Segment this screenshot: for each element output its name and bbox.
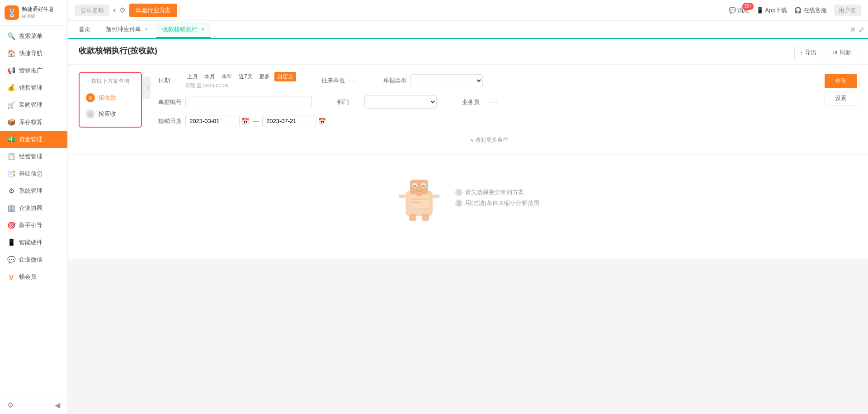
svg-rect-12 — [409, 214, 416, 221]
tab-home[interactable]: 首页 — [71, 22, 98, 38]
export-button[interactable]: ↑ 导出 — [794, 46, 823, 59]
sidebar-item-system[interactable]: ⚙ 系统管理 — [0, 182, 67, 200]
sidebar-logo: 🐰 畅捷通好生意 标准版 — [0, 0, 67, 26]
page-content: 收款核销执行(按收款) ↑ 导出 ↺ 刷新 按以下方案查询 ¥ — [68, 39, 868, 414]
svg-point-4 — [413, 185, 416, 187]
date-btn-custom[interactable]: 自定义 — [274, 72, 296, 81]
tabbar: 首页 预付冲应付单 × 收款核销执行 × ✕ ⤢ — [68, 21, 868, 39]
tab-prepay[interactable]: 预付冲应付单 × — [99, 22, 154, 38]
svg-rect-11 — [433, 195, 439, 198]
sidebar-item-label: 采购管理 — [19, 101, 42, 109]
date-btn-this-month[interactable]: 本月 — [203, 72, 217, 81]
message-count: 99+ — [742, 3, 754, 10]
query-button[interactable]: 查询 — [825, 74, 857, 88]
sidebar-item-label: 系统管理 — [19, 187, 42, 195]
sidebar-item-finance[interactable]: 💵 资金管理 — [0, 131, 67, 148]
filter-option-by-receipt[interactable]: ¥ 按收款 — [80, 90, 141, 106]
hint-item-2: 2 用[过滤]条件来缩小分析范围 — [455, 199, 539, 207]
company-name[interactable]: 公司名称 — [75, 5, 109, 16]
sidebar-item-search-menu[interactable]: 🔍 搜索菜单 — [0, 28, 67, 45]
main-wrapper: 公司名称 ▾ ⚙ 体验行业方案 💬 消息 99+ 📱 App下载 🎧 在线客服 … — [68, 0, 868, 414]
writeoff-end-input[interactable] — [262, 115, 316, 127]
logo-icon: 🐰 — [5, 5, 19, 20]
collapse-more-button[interactable]: ∧ 收起更多条件 — [470, 136, 508, 144]
industry-solution-button[interactable]: 体验行业方案 — [129, 4, 177, 17]
collapse-more-label: 收起更多条件 — [476, 136, 508, 144]
sidebar-item-guide[interactable]: 🎯 新手引导 — [0, 217, 67, 234]
sidebar-item-label: 销售管理 — [19, 84, 42, 92]
sidebar-item-enterprise[interactable]: 🏢 企业协同 — [0, 200, 67, 217]
user-info[interactable]: 用户名 — [834, 5, 861, 16]
form-settings-button[interactable]: 设置 — [825, 91, 857, 105]
date-btn-last-7-days[interactable]: 近7天 — [237, 72, 255, 81]
empty-state: 1 请先选择要分析的方案 2 用[过滤]条件来缩小分析范围 — [68, 155, 868, 259]
finance-icon: 💵 — [7, 135, 15, 143]
sidebar-item-label: 资金管理 — [19, 135, 42, 143]
sidebar-item-marketing[interactable]: 📢 营销推广 — [0, 62, 67, 79]
message-badge[interactable]: 💬 消息 99+ — [729, 6, 750, 14]
date-btn-this-year[interactable]: 本年 — [220, 72, 234, 81]
tab-writeoff-close[interactable]: × — [201, 26, 204, 33]
tab-prepay-close[interactable]: × — [145, 26, 148, 33]
filter-sidebar: 按以下方案查询 ¥ 按收款 ◷ 按应收 — [79, 72, 142, 128]
dept-label: 部门 — [337, 98, 361, 106]
page-action-buttons: ↑ 导出 ↺ 刷新 — [794, 46, 858, 59]
page-title: 收款核销执行(按收款) — [79, 45, 157, 56]
tab-writeoff-label: 收款核销执行 — [162, 25, 198, 33]
footer-settings-icon[interactable]: ⚙ — [7, 401, 14, 409]
hint-num-2: 2 — [455, 200, 462, 207]
app-download[interactable]: 📱 App下载 — [756, 6, 787, 14]
writeoff-start-input[interactable] — [185, 115, 240, 127]
online-service[interactable]: 🎧 在线客服 — [794, 6, 827, 14]
calendar-start-icon[interactable]: 📅 — [241, 118, 249, 125]
writeoff-end-wrap: 📅 — [262, 115, 326, 127]
receivable-option-icon: ◷ — [86, 109, 95, 119]
sidebar-item-label: 库存核算 — [19, 118, 42, 126]
sidebar-item-member[interactable]: V 畅会员 — [0, 268, 67, 286]
tab-close-all-button[interactable]: ✕ — [850, 25, 856, 34]
sidebar-item-basic-info[interactable]: 📑 基础信息 — [0, 165, 67, 182]
date-btn-more[interactable]: 更多 — [257, 72, 272, 81]
sidebar-item-label: 企业微信 — [19, 256, 42, 264]
writeoff-date-group: 核销日期 📅 — 📅 — [158, 115, 326, 127]
purchase-icon: 🛒 — [7, 101, 15, 109]
tabbar-actions: ✕ ⤢ — [850, 25, 864, 34]
filter-option-receivable-label: 按应收 — [99, 110, 116, 118]
sidebar-item-label: 快捷导航 — [19, 49, 42, 57]
tab-writeoff[interactable]: 收款核销执行 × — [156, 22, 211, 38]
hint-num-1: 1 — [455, 189, 462, 196]
sidebar-item-quick-nav[interactable]: 🏠 快捷导航 — [0, 45, 67, 62]
wechat-icon: 💬 — [7, 256, 15, 264]
sidebar-item-wechat[interactable]: 💬 企业微信 — [0, 251, 67, 268]
settings-icon[interactable]: ⚙ — [119, 6, 126, 14]
writeoff-date-label: 核销日期 — [158, 117, 182, 125]
salesperson-dots[interactable]: ··· — [489, 97, 499, 107]
doc-no-input[interactable] — [185, 96, 312, 108]
counterpart-group: 往来单位 ··· — [321, 76, 358, 86]
filter-sidebar-collapse-button[interactable]: 《 — [142, 76, 151, 99]
writeoff-start-wrap: 📅 — [185, 115, 249, 127]
sidebar-item-purchase[interactable]: 🛒 采购管理 — [0, 96, 67, 114]
filter-option-by-receivable[interactable]: ◷ 按应收 — [80, 106, 141, 122]
refresh-icon: ↺ — [833, 49, 838, 56]
enterprise-icon: 🏢 — [7, 204, 15, 212]
date-btn-last-month[interactable]: 上月 — [185, 72, 200, 81]
filter-sidebar-title: 按以下方案查询 — [80, 77, 141, 85]
date-group: 日期 上月 本月 本年 近7天 更多 自定义 不限 至 — [158, 72, 296, 89]
counterpart-dots[interactable]: ··· — [349, 76, 358, 86]
sidebar-item-hardware[interactable]: 📱 智能硬件 — [0, 234, 67, 251]
filter-form: 日期 上月 本月 本年 近7天 更多 自定义 不限 至 — [158, 72, 819, 147]
refresh-button[interactable]: ↺ 刷新 — [827, 46, 857, 59]
marketing-icon: 📢 — [7, 67, 15, 75]
footer-collapse-icon[interactable]: ◀ — [55, 401, 60, 409]
tab-expand-button[interactable]: ⤢ — [859, 25, 864, 34]
message-icon: 💬 — [729, 7, 736, 14]
sidebar-item-operations[interactable]: 📋 经营管理 — [0, 148, 67, 165]
brand-name: 畅捷通好生意 — [22, 6, 54, 13]
sidebar-item-sales[interactable]: 💰 销售管理 — [0, 79, 67, 96]
dept-select[interactable] — [364, 95, 437, 109]
sidebar-item-inventory[interactable]: 📦 库存核算 — [0, 114, 67, 131]
calendar-end-icon[interactable]: 📅 — [318, 118, 326, 125]
sidebar-item-label: 企业协同 — [19, 204, 42, 212]
doc-type-select[interactable] — [410, 74, 483, 87]
